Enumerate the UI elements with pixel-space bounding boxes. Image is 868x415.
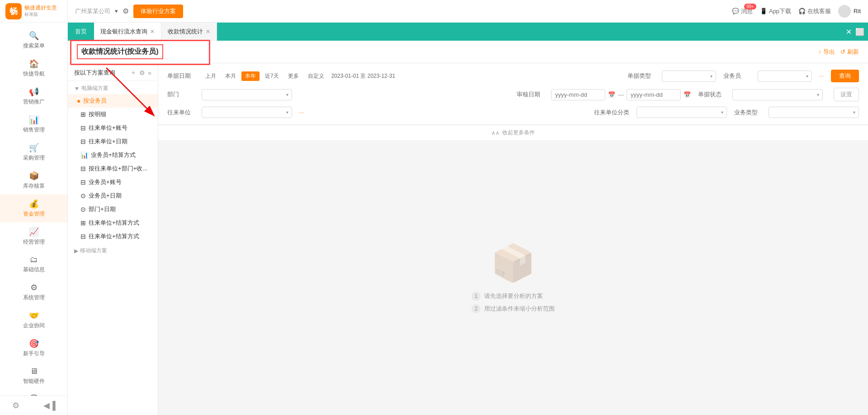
date-tab-this-year[interactable]: 本年 [241, 71, 259, 81]
collapse-sidebar-icon[interactable]: ◀▐ [43, 401, 56, 410]
sidebar-item-wechat[interactable]: 💬 企业微信 [0, 390, 67, 396]
search-icon: 🔍 [29, 31, 39, 41]
refresh-icon: ↺ [840, 48, 845, 55]
close-cashflow-tab-icon[interactable]: ✕ [150, 28, 155, 35]
close-all-tabs-icon[interactable]: ✕ [846, 28, 852, 36]
marketing-icon: 📢 [29, 87, 39, 97]
salesperson-select[interactable] [758, 71, 812, 82]
sidebar-item-purchase[interactable]: 🛒 采购管理 [0, 138, 67, 166]
date-tab-last-month[interactable]: 上月 [202, 71, 220, 81]
scheme-partner-account[interactable]: ⊟ 往来单位+账号 [68, 121, 158, 135]
partner-select[interactable] [202, 107, 292, 118]
export-button[interactable]: ↑ 导出 [819, 48, 835, 56]
audit-start-input[interactable] [551, 89, 605, 100]
sidebar-item-search[interactable]: 🔍 搜索菜单 [0, 26, 67, 54]
scheme-partner-date[interactable]: ⊟ 往来单位+日期 [68, 135, 158, 148]
collapse-more-button[interactable]: ∧∧ 收起更多条件 [158, 125, 868, 140]
desktop-category[interactable]: ▼ 电脑端方案 [68, 81, 158, 94]
voucher-status-label: 单据状态 [698, 90, 725, 99]
header-right: 💬 消息 99+ 📱 App下载 🎧 在线客服 Rit [732, 5, 861, 18]
audit-date-group: 📅 — 📅 [551, 89, 691, 100]
dept-select[interactable] [202, 89, 292, 100]
circle-icon-2: ⊙ [80, 206, 86, 213]
collapse-label: 收起更多条件 [502, 129, 535, 137]
user-name: Rit [854, 8, 861, 14]
customer-service-button[interactable]: 🎧 在线客服 [798, 7, 831, 15]
sidebar-item-hardware[interactable]: 🖥 智能硬件 [0, 362, 67, 390]
sidebar-item-finance[interactable]: 💰 资金管理 [0, 194, 67, 222]
app-download-button[interactable]: 📱 App下载 [760, 7, 791, 15]
sidebar-item-system[interactable]: ⚙ 系统管理 [0, 278, 67, 306]
tab-home[interactable]: 首页 [68, 23, 94, 41]
scheme-salesperson-account[interactable]: ⊟ 业务员+账号 [68, 175, 158, 189]
sidebar-bottom: ⚙ ◀▐ [0, 396, 67, 415]
audit-end-input[interactable] [627, 89, 681, 100]
scheme-settings-icon[interactable]: ⚙ [139, 69, 145, 76]
finance-icon: 💰 [29, 199, 39, 209]
gear-icon[interactable]: ⚙ [123, 7, 129, 15]
grid-icon: ⊞ [80, 111, 86, 118]
audit-start-calendar-icon[interactable]: 📅 [608, 91, 615, 98]
mobile-category[interactable]: ▶ 移动端方案 [68, 243, 158, 256]
scheme-by-detail[interactable]: ⊞ 按明细 [68, 108, 158, 121]
date-tab-7days[interactable]: 近7天 [261, 71, 283, 81]
scheme-by-salesperson[interactable]: ● 按业务员 [68, 94, 158, 108]
tab-cashflow[interactable]: 现金银行流水查询 ✕ [94, 23, 161, 41]
refresh-button[interactable]: ↺ 刷新 [840, 48, 859, 56]
sidebar-item-enterprise[interactable]: 🤝 企业协同 [0, 306, 67, 334]
top-header: 广州某某公司 ▾ ⚙ 体验行业方案 💬 消息 99+ 📱 App下载 🎧 在线客… [68, 0, 868, 23]
query-button[interactable]: 查询 [831, 70, 859, 82]
scheme-salesperson-settlement[interactable]: 📊 业务员+结算方式 [68, 148, 158, 162]
panel-actions: ＋ ⚙ « [130, 69, 151, 77]
date-tab-custom[interactable]: 自定义 [304, 71, 328, 81]
partner-category-select-wrapper: ▾ [637, 107, 727, 118]
empty-tip-2: 2 用过滤条件来缩小分析范围 [472, 304, 555, 313]
trial-button[interactable]: 体验行业方案 [133, 5, 183, 18]
sidebar-item-inventory[interactable]: 📦 库存核算 [0, 166, 67, 194]
add-scheme-icon[interactable]: ＋ [130, 69, 137, 77]
collapse-panel-icon[interactable]: « [148, 69, 151, 76]
page-actions: ↑ 导出 ↺ 刷新 [819, 48, 859, 56]
settings-bottom-icon[interactable]: ⚙ [12, 401, 19, 410]
scheme-partner-settlement-1[interactable]: ⊞ 往来单位+结算方式 [68, 216, 158, 230]
sidebar-item-sales[interactable]: 📊 销售管理 [0, 110, 67, 138]
basic-icon: 🗂 [30, 255, 38, 264]
logo-icon: 畅 [5, 3, 22, 19]
biz-type-select[interactable] [769, 107, 859, 118]
scheme-salesperson-date[interactable]: ⊙ 业务员+日期 [68, 189, 158, 203]
filter-row-2: 部门 ▾ 审核日期 📅 — 📅 [167, 88, 859, 101]
partner-more-btn[interactable]: ··· [299, 109, 304, 116]
partner-category-select[interactable] [637, 107, 727, 118]
sales-icon: 📊 [29, 115, 39, 125]
maximize-icon[interactable]: ⬜ [855, 28, 864, 36]
dept-label: 部门 [167, 90, 194, 99]
dept-select-wrapper: ▾ [202, 89, 292, 100]
date-tab-this-month[interactable]: 本月 [222, 71, 240, 81]
scheme-partner-dept[interactable]: ⊟ 按往来单位+部门+收... [68, 162, 158, 175]
user-menu-button[interactable]: Rit [838, 5, 861, 18]
sidebar-item-basic[interactable]: 🗂 基础信息 [0, 250, 67, 278]
scheme-dept-date[interactable]: ⊙ 部门+日期 [68, 203, 158, 216]
logo-area: 畅 畅捷通好生意 标准版 [0, 0, 67, 23]
scheme-partner-settlement-2[interactable]: ⊟ 往来单位+结算方式 [68, 230, 158, 243]
sidebar-item-guide[interactable]: 🎯 新手引导 [0, 334, 67, 362]
tab-receipt[interactable]: 收款情况统计 ✕ [161, 23, 217, 41]
filter-row-3: 往来单位 ▾ ··· 往来单位分类 ▾ 业务类型 [167, 107, 859, 118]
date-label: 单据日期 [167, 72, 194, 80]
sidebar-item-operation[interactable]: 📈 经营管理 [0, 222, 67, 250]
close-receipt-tab-icon[interactable]: ✕ [206, 28, 210, 35]
sidebar-item-quicknav[interactable]: 🏠 快捷导航 [0, 54, 67, 82]
tab-receipt-label: 收款情况统计 [168, 28, 203, 36]
messages-button[interactable]: 💬 消息 99+ [732, 7, 753, 15]
voucher-status-select[interactable] [732, 89, 823, 100]
audit-end-calendar-icon[interactable]: 📅 [684, 91, 691, 98]
date-tab-more[interactable]: 更多 [284, 71, 302, 81]
tip-text-1: 请先选择要分析的方案 [484, 292, 543, 300]
voucher-type-select[interactable] [662, 71, 716, 82]
settings-button[interactable]: 设置 [834, 88, 859, 101]
filter-area: 单据日期 上月 本月 本年 近7天 更多 自定义 2023-01-01 至 20… [158, 63, 868, 125]
salesperson-more-btn[interactable]: ··· [819, 73, 824, 79]
export-icon: ↑ [819, 48, 822, 55]
dropdown-arrow-icon[interactable]: ▾ [115, 8, 118, 14]
sidebar-item-marketing[interactable]: 📢 营销推广 [0, 82, 67, 110]
